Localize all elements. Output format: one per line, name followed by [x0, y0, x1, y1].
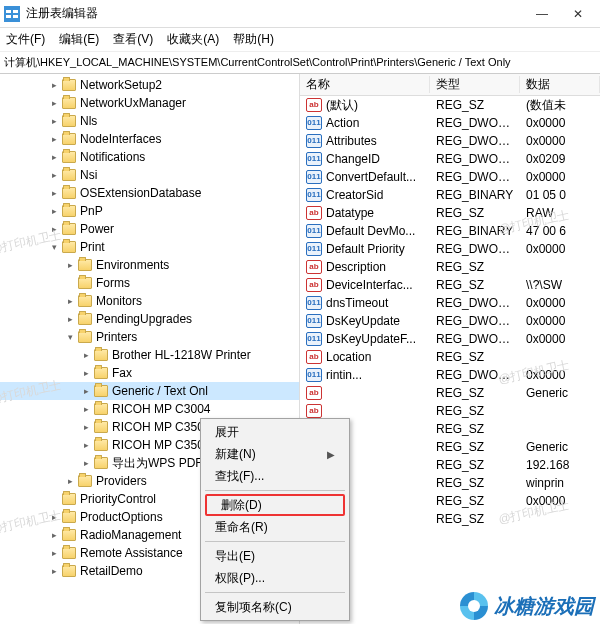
- expander-closed-icon[interactable]: ▸: [80, 385, 92, 397]
- value-row[interactable]: 011ActionREG_DWORD0x0000: [300, 114, 600, 132]
- value-row[interactable]: 011DsKeyUpdateREG_DWORD0x0000: [300, 312, 600, 330]
- expander-closed-icon[interactable]: ▸: [48, 133, 60, 145]
- tree-item[interactable]: Forms: [0, 274, 299, 292]
- minimize-button[interactable]: —: [524, 3, 560, 25]
- value-row[interactable]: 011DsKeyUpdateF...REG_DWORD0x0000: [300, 330, 600, 348]
- tree-item[interactable]: ▸Generic / Text Onl: [0, 382, 299, 400]
- ctx-rename[interactable]: 重命名(R): [201, 516, 349, 538]
- expander-closed-icon[interactable]: ▸: [64, 295, 76, 307]
- expander-closed-icon[interactable]: ▸: [48, 205, 60, 217]
- expander-closed-icon[interactable]: ▸: [48, 169, 60, 181]
- tree-item[interactable]: ▸Notifications: [0, 148, 299, 166]
- value-row[interactable]: abDeviceInterfac...REG_SZ\\?\SW: [300, 276, 600, 294]
- tree-item[interactable]: ▸PnP: [0, 202, 299, 220]
- binary-value-icon: 011: [306, 224, 322, 238]
- col-name[interactable]: 名称: [300, 76, 430, 93]
- tree-item[interactable]: ▸Monitors: [0, 292, 299, 310]
- expander-open-icon[interactable]: ▾: [48, 241, 60, 253]
- expander-closed-icon[interactable]: ▸: [80, 421, 92, 433]
- expander-closed-icon[interactable]: ▸: [64, 259, 76, 271]
- tree-item-label: PendingUpgrades: [96, 310, 192, 328]
- close-button[interactable]: ✕: [560, 3, 596, 25]
- menu-edit[interactable]: 编辑(E): [59, 31, 99, 48]
- expander-closed-icon[interactable]: ▸: [64, 475, 76, 487]
- expander-closed-icon[interactable]: ▸: [48, 187, 60, 199]
- tree-item[interactable]: ▸NodeInterfaces: [0, 130, 299, 148]
- tree-item[interactable]: ▾Print: [0, 238, 299, 256]
- value-row[interactable]: 011rintin...REG_DWORD0x0000: [300, 366, 600, 384]
- tree-item[interactable]: ▸Nsi: [0, 166, 299, 184]
- value-row[interactable]: 011AttributesREG_DWORD0x0000: [300, 132, 600, 150]
- col-type[interactable]: 类型: [430, 76, 520, 93]
- ctx-new[interactable]: 新建(N)▶: [201, 443, 349, 465]
- tree-item[interactable]: ▸NetworkUxManager: [0, 94, 299, 112]
- tree-item[interactable]: ▸Nls: [0, 112, 299, 130]
- expander-closed-icon[interactable]: ▸: [48, 547, 60, 559]
- value-row[interactable]: abDatatypeREG_SZRAW: [300, 204, 600, 222]
- folder-icon: [62, 97, 76, 109]
- tree-item[interactable]: ▸PendingUpgrades: [0, 310, 299, 328]
- value-row[interactable]: ab(默认)REG_SZ(数值未: [300, 96, 600, 114]
- value-row[interactable]: 011Default PriorityREG_DWORD0x0000: [300, 240, 600, 258]
- expander-open-icon[interactable]: ▾: [64, 331, 76, 343]
- expander-closed-icon[interactable]: ▸: [48, 529, 60, 541]
- menu-view[interactable]: 查看(V): [113, 31, 153, 48]
- tree-item[interactable]: ▾Printers: [0, 328, 299, 346]
- menu-help[interactable]: 帮助(H): [233, 31, 274, 48]
- folder-icon: [94, 457, 108, 469]
- menu-file[interactable]: 文件(F): [6, 31, 45, 48]
- value-type: REG_SZ: [430, 456, 520, 474]
- value-name: Datatype: [326, 204, 374, 222]
- folder-icon: [62, 223, 76, 235]
- expander-closed-icon[interactable]: ▸: [48, 565, 60, 577]
- tree-item-label: OSExtensionDatabase: [80, 184, 201, 202]
- expander-closed-icon[interactable]: ▸: [48, 97, 60, 109]
- ctx-export[interactable]: 导出(E): [201, 545, 349, 567]
- value-row[interactable]: 011ChangeIDREG_DWORD0x0209: [300, 150, 600, 168]
- tree-item[interactable]: ▸Fax: [0, 364, 299, 382]
- expander-closed-icon[interactable]: ▸: [48, 511, 60, 523]
- value-name: rintin...: [326, 366, 362, 384]
- tree-item[interactable]: ▸Brother HL-1218W Printer: [0, 346, 299, 364]
- value-data: winprin: [520, 474, 600, 492]
- value-row[interactable]: 011ConvertDefault...REG_DWORD0x0000: [300, 168, 600, 186]
- expander-closed-icon[interactable]: ▸: [80, 367, 92, 379]
- expander-closed-icon[interactable]: ▸: [48, 151, 60, 163]
- value-row[interactable]: 011dnsTimeoutREG_DWORD0x0000: [300, 294, 600, 312]
- value-name: Attributes: [326, 132, 377, 150]
- tree-item[interactable]: ▸NetworkSetup2: [0, 76, 299, 94]
- value-row[interactable]: 011CreatorSidREG_BINARY01 05 0: [300, 186, 600, 204]
- expander-closed-icon[interactable]: ▸: [80, 439, 92, 451]
- expander-closed-icon[interactable]: ▸: [80, 349, 92, 361]
- col-data[interactable]: 数据: [520, 76, 600, 93]
- folder-icon: [62, 529, 76, 541]
- value-row[interactable]: abLocationREG_SZ: [300, 348, 600, 366]
- value-data: 0x0000: [520, 366, 600, 384]
- expander-closed-icon[interactable]: ▸: [48, 223, 60, 235]
- tree-item[interactable]: ▸Environments: [0, 256, 299, 274]
- tree-item[interactable]: ▸OSExtensionDatabase: [0, 184, 299, 202]
- value-type: REG_SZ: [430, 510, 520, 528]
- menu-favorites[interactable]: 收藏夹(A): [167, 31, 219, 48]
- ctx-permissions[interactable]: 权限(P)...: [201, 567, 349, 589]
- folder-icon: [62, 79, 76, 91]
- string-value-icon: ab: [306, 206, 322, 220]
- value-row[interactable]: 011Default DevMo...REG_BINARY47 00 6: [300, 222, 600, 240]
- tree-item-label: Providers: [96, 472, 147, 490]
- expander-closed-icon[interactable]: ▸: [80, 403, 92, 415]
- address-bar[interactable]: 计算机\HKEY_LOCAL_MACHINE\SYSTEM\CurrentCon…: [0, 52, 600, 74]
- ctx-expand[interactable]: 展开: [201, 421, 349, 443]
- tree-item[interactable]: ▸RICOH MP C3004: [0, 400, 299, 418]
- ctx-copy-key-name[interactable]: 复制项名称(C): [201, 596, 349, 618]
- value-row[interactable]: abREG_SZGeneric: [300, 384, 600, 402]
- tree-item[interactable]: ▸Power: [0, 220, 299, 238]
- expander-closed-icon[interactable]: ▸: [48, 79, 60, 91]
- expander-closed-icon[interactable]: ▸: [48, 115, 60, 127]
- ctx-find[interactable]: 查找(F)...: [201, 465, 349, 487]
- ctx-delete[interactable]: 删除(D): [205, 494, 345, 516]
- expander-closed-icon[interactable]: ▸: [80, 457, 92, 469]
- expander-closed-icon[interactable]: ▸: [64, 313, 76, 325]
- value-data: 47 00 6: [520, 222, 600, 240]
- value-row[interactable]: abDescriptionREG_SZ: [300, 258, 600, 276]
- binary-value-icon: 011: [306, 314, 322, 328]
